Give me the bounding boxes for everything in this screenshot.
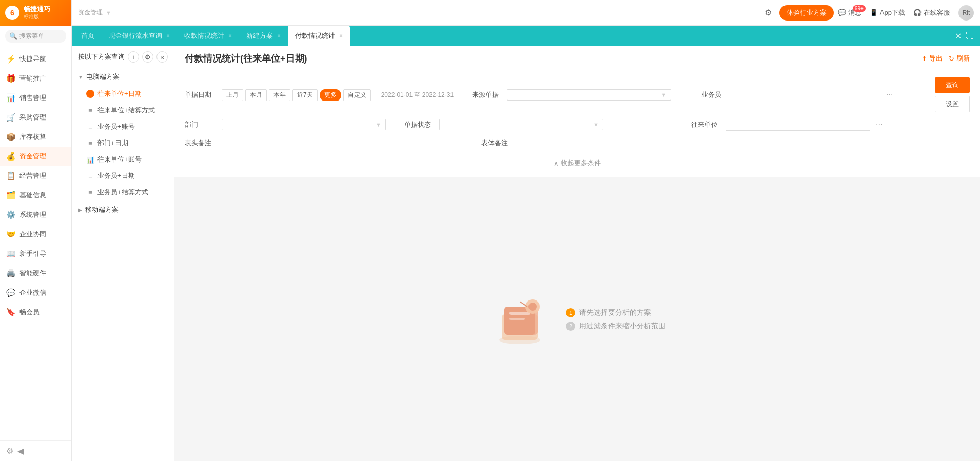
tab-payments[interactable]: 付款情况统计 ×: [288, 26, 350, 46]
step2-text: 用过滤条件来缩小分析范围: [579, 322, 665, 331]
panel-item-salesman-settlement[interactable]: ≡ 业务员+结算方式: [72, 184, 174, 201]
user-avatar[interactable]: Rit: [958, 5, 974, 21]
panel-item-salesman-date[interactable]: ≡ 业务员+日期: [72, 168, 174, 184]
filter-area: 单据日期 上月 本月 本年 近7天 更多 自定义 2022-01-01 至 20…: [174, 71, 980, 177]
collapse-conditions-btn[interactable]: ∧ 收起更多条件: [185, 155, 970, 171]
sidebar-item-inventory[interactable]: 📦 库存核算: [0, 127, 71, 147]
date-btn-last-7-days[interactable]: 近7天: [292, 89, 318, 101]
panel-item-dept-date[interactable]: ≡ 部门+日期: [72, 135, 174, 151]
online-service-label: 在线客服: [924, 8, 950, 17]
tab-payments-close-icon[interactable]: ×: [339, 32, 343, 39]
export-btn[interactable]: ⬆ 导出: [922, 54, 943, 63]
mobile-section-header[interactable]: ▶ 移动端方案: [72, 201, 174, 218]
sidebar-item-hardware[interactable]: 🖨️ 智能硬件: [0, 264, 71, 283]
sidebar-item-wechat[interactable]: 💬 企业微信: [0, 283, 71, 303]
member-label: 畅会员: [19, 308, 40, 317]
salesman-filter-section: 业务员 ···: [701, 89, 923, 101]
tab-expand-icon[interactable]: ⛶: [966, 31, 974, 41]
tab-cashflow-label: 现金银行流水查询: [109, 31, 162, 41]
body-note-input[interactable]: [516, 137, 747, 149]
panel-add-btn[interactable]: +: [128, 51, 139, 63]
desktop-section-title: 电脑端方案: [86, 72, 120, 82]
counterpart-more-icon[interactable]: ···: [876, 120, 883, 129]
panel-item-counterpart-account[interactable]: 📊 往来单位+账号: [72, 151, 174, 168]
user-name: Rit: [963, 9, 970, 16]
panel-item-counterpart-settlement[interactable]: ≡ 往来单位+结算方式: [72, 102, 174, 118]
sidebar-item-guide[interactable]: 📖 新手引导: [0, 244, 71, 264]
step2-num: 2: [566, 322, 575, 331]
panel-collapse-btn[interactable]: «: [156, 51, 168, 63]
panel-item-salesman-account[interactable]: ≡ 业务员+账号: [72, 118, 174, 135]
source-select[interactable]: ▼: [507, 89, 671, 101]
trial-btn[interactable]: 体验行业方案: [779, 5, 834, 21]
app-download-btn[interactable]: 📱 App下载: [870, 8, 905, 17]
tab-cashflow-close-icon[interactable]: ×: [166, 32, 170, 39]
date-btn-custom[interactable]: 自定义: [343, 89, 371, 101]
svg-rect-4: [509, 312, 530, 315]
panel-settings-btn[interactable]: ⚙: [142, 51, 153, 63]
messages-icon: 💬: [838, 9, 846, 16]
date-btn-this-month[interactable]: 本月: [245, 89, 267, 101]
body-note-filter-section: 表体备注: [481, 137, 970, 149]
messages-btn[interactable]: 💬 消息 99+: [838, 8, 861, 17]
tab-receipts[interactable]: 收款情况统计 ×: [177, 26, 239, 46]
guide-label: 新手引导: [19, 249, 46, 258]
filter-row-3: 表头备注 表体备注: [185, 137, 970, 149]
empty-state-text: 1 请先选择要分析的方案 2 用过滤条件来缩小分析范围: [566, 308, 665, 331]
sidebar-search-area[interactable]: 🔍 搜索菜单: [0, 26, 71, 47]
left-panel-header: 按以下方案查询 + ⚙ «: [72, 46, 174, 68]
tab-cashflow[interactable]: 现金银行流水查询 ×: [102, 26, 177, 46]
edition-label: 标准版: [24, 13, 50, 21]
date-btn-more[interactable]: 更多: [320, 89, 341, 101]
footer-settings-icon[interactable]: ⚙: [6, 446, 13, 456]
date-btn-this-year[interactable]: 本年: [269, 89, 290, 101]
header-settings-icon[interactable]: ⚙: [761, 6, 775, 20]
tab-receipts-close-icon[interactable]: ×: [228, 32, 232, 39]
member-icon: 🔖: [6, 308, 15, 317]
export-label: 导出: [929, 54, 943, 63]
doc-status-arrow-icon: ▼: [593, 122, 599, 128]
refresh-btn[interactable]: ↻ 刷新: [949, 54, 970, 63]
footer-collapse-icon[interactable]: ◀: [17, 446, 24, 456]
doc-status-label: 单据状态: [404, 120, 433, 129]
sidebar-item-finance[interactable]: 💰 资金管理: [0, 147, 71, 166]
panel-item-counterpart-date[interactable]: 往来单位+日期: [72, 86, 174, 102]
tab-home[interactable]: 首页: [74, 26, 102, 46]
sidebar-item-operations[interactable]: 📋 经营管理: [0, 166, 71, 186]
panel-item-counterpart-date-label: 往来单位+日期: [97, 89, 142, 98]
inventory-icon: 📦: [6, 132, 15, 142]
sidebar-item-system[interactable]: ⚙️ 系统管理: [0, 205, 71, 225]
sidebar-header: 6 畅捷通巧 标准版: [0, 0, 71, 26]
mobile-section-title: 移动端方案: [85, 205, 119, 214]
operations-icon: 📋: [6, 171, 15, 181]
left-panel: 按以下方案查询 + ⚙ « ▼ 电脑端方案 往来单位+日期: [72, 46, 174, 461]
search-placeholder: 搜索菜单: [19, 32, 44, 41]
date-btn-last-month[interactable]: 上月: [222, 89, 243, 101]
dept-select[interactable]: ▼: [222, 119, 386, 130]
sidebar-item-sales[interactable]: 📊 销售管理: [0, 88, 71, 108]
header-note-input[interactable]: [222, 137, 453, 149]
app-icon: 📱: [870, 9, 878, 16]
sidebar-item-purchase[interactable]: 🛒 采购管理: [0, 108, 71, 127]
tab-new-plan[interactable]: 新建方案 ×: [239, 26, 288, 46]
quicknav-label: 快捷导航: [19, 54, 46, 64]
online-service-btn[interactable]: 🎧 在线客服: [913, 8, 950, 17]
search-bar[interactable]: 🔍 搜索菜单: [5, 30, 66, 43]
doc-status-select[interactable]: ▼: [439, 119, 603, 130]
sidebar-item-quicknav[interactable]: ⚡ 快捷导航: [0, 49, 71, 69]
finance-label: 资金管理: [19, 152, 46, 161]
settings-btn[interactable]: 设置: [935, 96, 970, 112]
query-btn[interactable]: 查询: [935, 77, 970, 93]
enterprise-icon: 🤝: [6, 230, 15, 239]
desktop-section-header[interactable]: ▼ 电脑端方案: [72, 68, 174, 86]
salesman-more-icon[interactable]: ···: [886, 90, 893, 99]
sidebar-item-marketing[interactable]: 🎁 营销推广: [0, 69, 71, 88]
salesman-input[interactable]: [736, 89, 880, 101]
sidebar-item-enterprise[interactable]: 🤝 企业协同: [0, 225, 71, 244]
tab-close-all-icon[interactable]: ✕: [955, 31, 962, 41]
date-label: 单据日期: [185, 90, 213, 99]
tab-new-plan-close-icon[interactable]: ×: [277, 32, 281, 39]
counterpart-input[interactable]: [726, 118, 870, 131]
sidebar-item-basic[interactable]: 🗂️ 基础信息: [0, 186, 71, 205]
sidebar-item-member[interactable]: 🔖 畅会员: [0, 303, 71, 322]
